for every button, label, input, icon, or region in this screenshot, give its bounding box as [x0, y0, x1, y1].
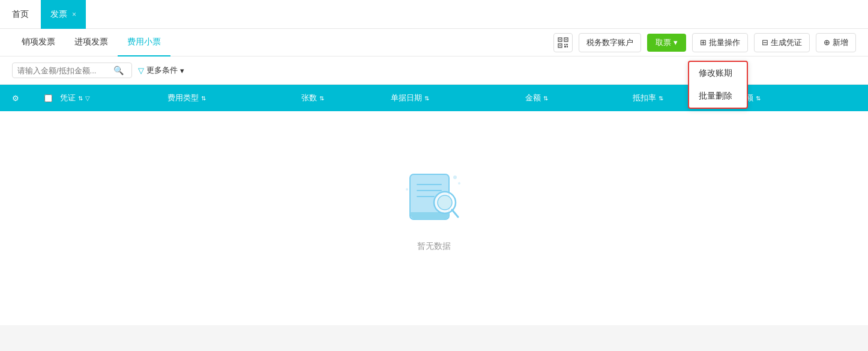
svg-rect-3 — [565, 39, 567, 40]
empty-state-illustration — [398, 159, 470, 231]
sort-voucher-icon[interactable]: ⇅ — [78, 95, 83, 102]
svg-rect-8 — [564, 46, 566, 47]
batch-ops-dropdown: 修改账期 批量删除 — [688, 61, 748, 109]
sub-nav-tabs: 销项发票 进项发票 费用小票 — [12, 29, 170, 56]
top-navigation: 首页 发票 × — [0, 0, 868, 29]
th-checkbox[interactable] — [36, 94, 60, 102]
sub-navigation: 销项发票 进项发票 费用小票 税务数字账户 — [0, 29, 868, 56]
svg-rect-7 — [566, 44, 568, 45]
svg-rect-9 — [567, 46, 568, 47]
close-tab-icon[interactable]: × — [72, 10, 76, 19]
sort-amount-icon[interactable]: ⇅ — [543, 95, 548, 102]
select-all-checkbox[interactable] — [44, 94, 52, 102]
home-tab[interactable]: 首页 — [0, 0, 41, 29]
filter-funnel-icon: ▽ — [138, 66, 144, 75]
tab-sales-invoice[interactable]: 销项发票 — [12, 29, 65, 56]
sort-count-icon[interactable]: ⇅ — [319, 95, 324, 102]
get-ticket-dropdown-icon: ▾ — [674, 38, 678, 47]
more-filter-label: 更多条件 — [146, 65, 178, 76]
svg-rect-1 — [559, 39, 561, 40]
svg-point-19 — [453, 176, 457, 179]
generate-voucher-button[interactable]: ⊟ 生成凭证 — [754, 33, 810, 52]
filter-voucher-icon[interactable]: ▽ — [85, 95, 90, 102]
voucher-icon: ⊟ — [762, 38, 768, 47]
add-icon: ⊕ — [824, 38, 830, 47]
qrcode-icon — [558, 37, 568, 48]
invoice-tab[interactable]: 发票 × — [41, 0, 86, 29]
search-icon: 🔍 — [113, 66, 124, 75]
svg-line-18 — [452, 210, 458, 217]
dropdown-item-batch-delete[interactable]: 批量删除 — [689, 85, 747, 108]
svg-point-20 — [458, 182, 460, 185]
more-filter-chevron: ▾ — [180, 66, 184, 75]
batch-ops-container: ⊞ 批量操作 修改账期 批量删除 — [692, 33, 748, 52]
qrcode-button[interactable] — [553, 33, 573, 52]
search-input-wrap[interactable]: 🔍 — [12, 63, 132, 78]
th-count: 张数 ⇅ — [301, 93, 391, 103]
sort-type-icon[interactable]: ⇅ — [201, 95, 206, 102]
tax-account-button[interactable]: 税务数字账户 — [579, 33, 641, 52]
invoice-tab-label: 发票 — [50, 9, 67, 20]
empty-state-text: 暂无数据 — [417, 241, 451, 252]
svg-point-17 — [438, 195, 452, 210]
sort-deduct-icon[interactable]: ⇅ — [756, 95, 761, 102]
empty-state: 暂无数据 — [0, 111, 868, 276]
sort-rate-icon[interactable]: ⇅ — [659, 95, 663, 102]
th-voucher: 凭证 ⇅ ▽ — [60, 93, 167, 103]
more-filter-button[interactable]: ▽ 更多条件 ▾ — [138, 65, 184, 76]
th-amount: 金额 ⇅ — [525, 93, 633, 103]
dropdown-item-change-period[interactable]: 修改账期 — [689, 62, 747, 85]
sort-date-icon[interactable]: ⇅ — [424, 95, 429, 102]
get-ticket-button[interactable]: 取票 ▾ — [647, 34, 686, 52]
sub-nav-actions: 税务数字账户 取票 ▾ ⊞ 批量操作 修改账期 批量删除 ⊟ 生成凭证 ⊕ — [553, 33, 856, 52]
th-date: 单据日期 ⇅ — [391, 93, 525, 103]
search-input[interactable] — [17, 66, 113, 75]
batch-ops-icon: ⊞ — [700, 38, 707, 47]
settings-icon: ⚙ — [12, 94, 19, 103]
th-expense-type: 费用类型 ⇅ — [167, 93, 301, 103]
content-area: ⚙ 凭证 ⇅ ▽ 费用类型 ⇅ 张数 ⇅ 单据日期 ⇅ 金额 ⇅ 抵扣率 ⇅ — [0, 85, 868, 325]
svg-rect-5 — [559, 45, 561, 46]
th-settings[interactable]: ⚙ — [12, 94, 36, 103]
batch-ops-button[interactable]: ⊞ 批量操作 — [692, 33, 748, 52]
svg-rect-6 — [564, 44, 565, 45]
add-button[interactable]: ⊕ 新增 — [816, 33, 856, 52]
svg-point-21 — [406, 188, 408, 191]
tab-purchase-invoice[interactable]: 进项发票 — [65, 29, 118, 56]
tab-expense-receipt[interactable]: 费用小票 — [118, 29, 170, 56]
